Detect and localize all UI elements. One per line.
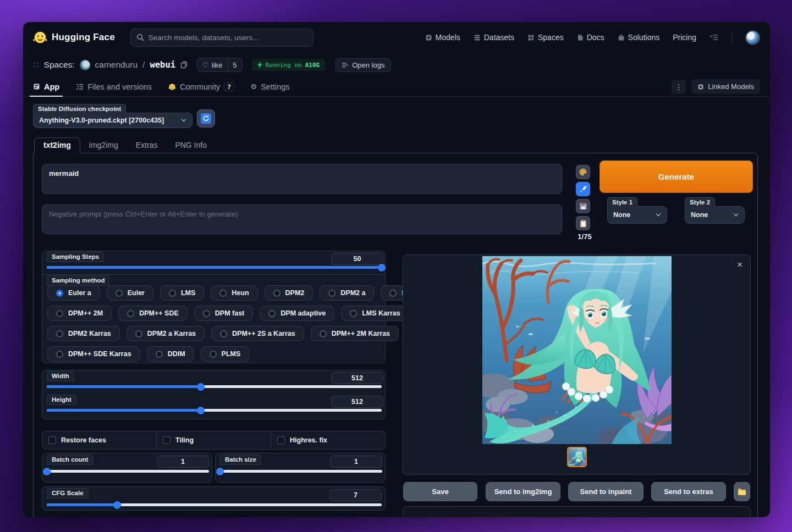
sampling-steps-slider[interactable]	[47, 266, 382, 269]
slider-handle[interactable]	[47, 409, 201, 412]
open-logs-button[interactable]: Open logs	[336, 58, 391, 72]
running-status-badge[interactable]: Running on A10G	[252, 59, 326, 71]
sampler-option[interactable]: PLMS	[201, 346, 250, 362]
roll-artist-button[interactable]	[576, 165, 590, 179]
save-style-button[interactable]	[576, 199, 590, 213]
style2-dropdown[interactable]: None	[685, 206, 745, 224]
user-avatar[interactable]	[745, 30, 760, 45]
sampler-option[interactable]: DPM++ SDE Karras	[47, 346, 140, 362]
slider-handle[interactable]	[47, 266, 382, 269]
checkpoint-dropdown[interactable]: Anything-V3.0-pruned.ckpt [2700c435]	[33, 113, 193, 128]
width-input[interactable]	[331, 372, 383, 384]
like-count[interactable]: 5	[227, 58, 241, 71]
sampler-option[interactable]: DPM++ 2M Karras	[311, 326, 399, 341]
owner-avatar[interactable]	[80, 60, 90, 70]
style1-dropdown[interactable]: None	[607, 206, 667, 224]
prompt-textarea[interactable]: mermaid	[42, 164, 562, 194]
sampler-option[interactable]: DPM++ 2S a Karras	[211, 326, 304, 341]
tab-txt2img[interactable]: txt2img	[34, 137, 80, 154]
generated-image[interactable]	[482, 256, 672, 444]
tab-png-info[interactable]: PNG Info	[166, 138, 216, 153]
sampler-option[interactable]: LMS Karras	[341, 306, 409, 321]
kebab-menu-button[interactable]: ⋮	[672, 80, 686, 94]
sampler-option[interactable]: DPM++ SDE	[118, 306, 188, 321]
nav-spaces-label: Spaces	[538, 33, 564, 42]
owner-link[interactable]: camenduru	[95, 60, 138, 70]
sampler-option[interactable]: DPM2	[265, 285, 314, 301]
width-slider[interactable]	[47, 385, 382, 388]
sampler-option[interactable]: DPM2 Karras	[47, 326, 120, 341]
nav-spaces[interactable]: Spaces	[527, 33, 564, 42]
linked-models-icon	[697, 84, 704, 90]
height-slider[interactable]	[47, 409, 382, 412]
height-input[interactable]	[331, 396, 383, 408]
sampler-option[interactable]: DPM2 a	[320, 285, 374, 301]
radio-icon	[135, 330, 142, 337]
site-search[interactable]	[130, 29, 314, 47]
sampling-group: Sampling Steps Sampling method Euler a E…	[42, 251, 386, 363]
copy-icon[interactable]	[180, 61, 188, 69]
sampler-option[interactable]: DPM adaptive	[260, 306, 334, 321]
slider-handle[interactable]	[47, 385, 201, 388]
send-to-img2img-button[interactable]: Send to img2img	[486, 482, 560, 501]
nav-datasets[interactable]: Datasets	[474, 33, 514, 42]
tab-app[interactable]: App	[33, 77, 59, 96]
sd-webui-app: Stable Diffusion checkpoint Anything-V3.…	[23, 97, 770, 517]
nav-docs[interactable]: Docs	[577, 33, 604, 42]
sampler-option[interactable]: DPM++ 2M	[47, 306, 112, 321]
folder-icon	[738, 488, 746, 495]
batch-count-input[interactable]	[157, 456, 209, 468]
send-to-inpaint-button[interactable]: Send to inpaint	[568, 482, 644, 501]
refresh-checkpoints-button[interactable]	[197, 109, 215, 128]
save-button[interactable]: Save	[403, 482, 477, 501]
sampler-option[interactable]: Heun	[211, 285, 257, 301]
radio-icon	[268, 310, 276, 317]
hf-logo-home-link[interactable]: Hugging Face	[33, 30, 115, 45]
sampler-option[interactable]: Euler a	[47, 285, 100, 301]
linked-models-button[interactable]: Linked Models	[691, 79, 760, 94]
restore-faces-checkbox[interactable]: Restore faces	[42, 431, 156, 449]
cfg-scale-input[interactable]	[329, 489, 382, 501]
bolt-icon	[257, 62, 262, 68]
like-button[interactable]: ♡ like	[197, 58, 227, 71]
like-label: like	[212, 61, 223, 69]
negative-prompt-textarea[interactable]	[42, 204, 562, 234]
checkpoint-label: Stable Diffusion checkpoint	[33, 104, 126, 114]
tab-community[interactable]: Community 7	[168, 77, 234, 96]
batch-size-input[interactable]	[330, 456, 382, 468]
sampler-option[interactable]: LMS	[160, 285, 204, 301]
radio-icon	[210, 351, 217, 358]
docs-icon	[577, 34, 584, 41]
sampler-option[interactable]: DPM fast	[194, 306, 253, 321]
slider-handle[interactable]	[47, 503, 117, 506]
cfg-scale-slider[interactable]	[47, 503, 382, 506]
send-to-extras-button[interactable]: Send to extras	[651, 482, 726, 501]
batch-count-slider[interactable]	[47, 470, 209, 473]
sampler-option[interactable]: DPM2 a Karras	[127, 326, 205, 341]
close-icon[interactable]: ×	[737, 259, 743, 270]
style2-label: Style 2	[685, 197, 715, 207]
open-folder-button[interactable]	[734, 482, 750, 501]
generate-button[interactable]: Generate	[600, 160, 753, 193]
more-menu-button[interactable]	[710, 34, 718, 41]
tab-settings[interactable]: ⚙ Settings	[251, 77, 290, 96]
tab-img2img[interactable]: img2img	[80, 138, 127, 153]
nav-solutions[interactable]: Solutions	[618, 33, 660, 42]
sampling-method-radio-group: Euler a Euler LMS Heun DPM2 DPM2 a DPM++…	[47, 285, 450, 362]
search-input[interactable]	[148, 34, 307, 42]
batch-size-slider[interactable]	[220, 470, 382, 473]
repo-link[interactable]: webui	[150, 60, 175, 70]
radio-icon	[56, 351, 63, 358]
sampler-option[interactable]: Euler	[107, 285, 153, 301]
tiling-checkbox[interactable]: Tiling	[156, 431, 271, 449]
sampler-option[interactable]: DDIM	[147, 346, 194, 362]
apply-style-button[interactable]	[576, 216, 590, 230]
nav-pricing[interactable]: Pricing	[673, 33, 696, 42]
tab-files[interactable]: Files and versions	[76, 77, 152, 96]
paste-prompt-button[interactable]	[576, 182, 590, 196]
tab-extras[interactable]: Extras	[127, 138, 167, 153]
sampling-steps-input[interactable]	[331, 253, 383, 265]
gallery-thumbnail[interactable]	[567, 447, 587, 467]
highres-fix-checkbox[interactable]: Highres. fix	[271, 431, 385, 449]
nav-models[interactable]: Models	[425, 33, 460, 42]
